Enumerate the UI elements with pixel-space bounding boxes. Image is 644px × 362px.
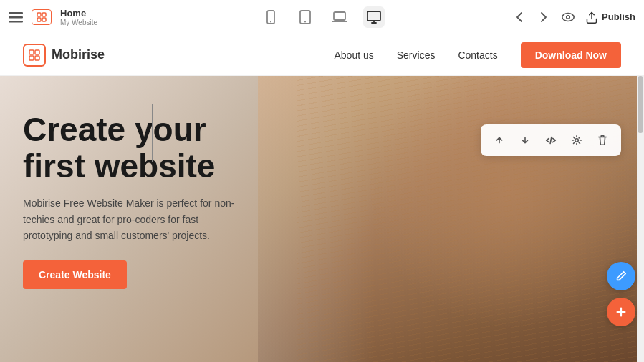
- create-website-button[interactable]: Create Website: [23, 260, 127, 289]
- svg-rect-11: [334, 12, 345, 20]
- scrollbar[interactable]: [637, 76, 644, 362]
- hero-description: Mobirise Free Website Maker is perfect f…: [23, 195, 238, 243]
- edit-button[interactable]: [607, 262, 635, 290]
- tablet-device-button[interactable]: [294, 6, 316, 28]
- download-now-button[interactable]: Download Now: [521, 42, 621, 68]
- mobile-device-button[interactable]: [260, 6, 282, 28]
- svg-point-13: [562, 13, 574, 21]
- svg-rect-19: [35, 56, 39, 60]
- hero-image: [258, 76, 644, 362]
- hero-divider: [152, 104, 153, 162]
- tab-subtitle: My Website: [60, 19, 97, 26]
- nav-about-button[interactable]: About us: [334, 49, 373, 61]
- scrollbar-thumb[interactable]: [638, 76, 643, 133]
- svg-rect-0: [9, 12, 23, 14]
- hero-section: Create your first website Mobirise Free …: [0, 76, 644, 362]
- hero-title-line2: first website: [23, 147, 215, 185]
- device-icons: [260, 6, 385, 28]
- tab-info: Home My Website: [60, 8, 97, 26]
- site-logo: Mobirise: [23, 44, 105, 67]
- nav-contacts-button[interactable]: Contacts: [458, 49, 497, 61]
- svg-rect-2: [9, 21, 23, 23]
- svg-rect-16: [29, 50, 34, 54]
- settings-button[interactable]: [565, 129, 588, 152]
- nav-services-button[interactable]: Services: [397, 49, 436, 61]
- site-logo-text: Mobirise: [52, 47, 105, 62]
- site-nav: Mobirise About us Services Contacts Down…: [0, 34, 644, 76]
- top-toolbar: Home My Website: [0, 0, 644, 34]
- svg-rect-1: [9, 16, 23, 19]
- site-nav-links: About us Services Contacts Download Now: [334, 42, 621, 68]
- svg-point-20: [575, 139, 579, 142]
- top-bar-left: Home My Website: [9, 8, 123, 26]
- svg-rect-4: [42, 13, 46, 16]
- publish-label: Publish: [602, 11, 635, 22]
- back-button[interactable]: [512, 10, 527, 24]
- move-up-button[interactable]: [488, 129, 511, 152]
- svg-rect-12: [367, 11, 380, 21]
- top-bar-right: Publish: [512, 10, 635, 24]
- publish-button[interactable]: Publish: [585, 11, 635, 24]
- floating-toolbar: [481, 124, 621, 156]
- move-down-button[interactable]: [514, 129, 537, 152]
- svg-rect-18: [29, 56, 34, 60]
- svg-rect-17: [35, 50, 39, 54]
- add-section-button[interactable]: [607, 298, 635, 326]
- tab-title: Home: [60, 8, 97, 19]
- svg-rect-6: [42, 18, 46, 21]
- hero-title-line1: Create your: [23, 111, 206, 148]
- desktop-device-button[interactable]: [363, 6, 385, 28]
- svg-rect-5: [37, 18, 41, 21]
- svg-point-14: [567, 15, 570, 19]
- laptop-device-button[interactable]: [329, 6, 350, 28]
- code-button[interactable]: [539, 129, 562, 152]
- forward-button[interactable]: [537, 10, 551, 24]
- preview-area: Mobirise About us Services Contacts Down…: [0, 34, 644, 362]
- hamburger-button[interactable]: [9, 10, 23, 24]
- tab-icon: [32, 9, 52, 25]
- hero-content: Create your first website Mobirise Free …: [23, 112, 238, 289]
- svg-rect-3: [37, 13, 41, 16]
- preview-button[interactable]: [561, 10, 575, 24]
- hero-title: Create your first website: [23, 112, 238, 184]
- delete-button[interactable]: [591, 129, 614, 152]
- side-actions: [607, 262, 635, 326]
- logo-icon: [23, 44, 46, 67]
